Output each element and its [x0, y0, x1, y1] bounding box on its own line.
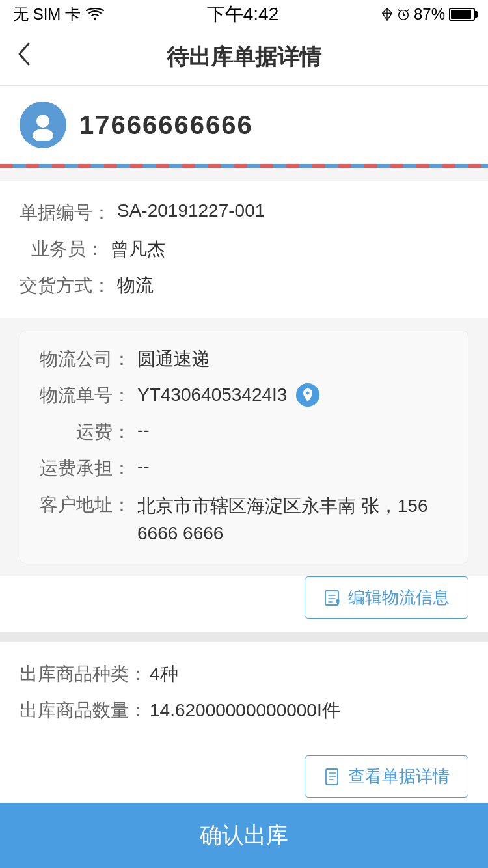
dashed-divider	[0, 164, 488, 168]
salesman-label: 业务员：	[20, 237, 111, 262]
logistics-freight-bearer-row: 运费承担： --	[40, 456, 448, 481]
goods-types-label: 出库商品种类：	[20, 662, 150, 686]
edit-logistics-label: 编辑物流信息	[348, 586, 450, 609]
logistics-freight-value: --	[137, 420, 448, 441]
document-icon	[323, 768, 342, 786]
svg-rect-5	[326, 769, 338, 785]
section-separator	[0, 632, 488, 642]
order-no-value: SA-20191227-001	[117, 200, 468, 221]
logistics-freight-row: 运费： --	[40, 420, 448, 444]
logistics-tracking-row: 物流单号： YT43064053424I3	[40, 383, 448, 408]
alarm-icon	[397, 8, 410, 21]
logistics-freight-bearer-value: --	[137, 456, 448, 477]
goods-quantity-value: 14.62000000000000I件	[150, 698, 340, 723]
order-info-section: 单据编号： SA-20191227-001 业务员： 曾凡杰 交货方式： 物流	[0, 181, 488, 318]
delivery-label: 交货方式：	[20, 273, 117, 298]
svg-point-1	[36, 115, 49, 128]
status-bar: 无 SIM 卡 下午4:42 87%	[0, 0, 488, 29]
confirm-button[interactable]: 确认出库	[0, 803, 488, 868]
confirm-button-label: 确认出库	[200, 821, 288, 850]
order-no-label: 单据编号：	[20, 200, 117, 225]
logistics-tracking-label: 物流单号：	[40, 383, 137, 408]
svg-point-3	[306, 392, 310, 395]
logistics-box: 物流公司： 圆通速递 物流单号： YT43064053424I3 运费： -- …	[20, 331, 468, 563]
logistics-company-label: 物流公司：	[40, 347, 137, 372]
user-avatar	[20, 102, 66, 148]
logistics-freight-label: 运费：	[40, 420, 137, 444]
edit-logistics-button[interactable]: 编辑物流信息	[305, 576, 468, 619]
logistics-tracking-value: YT43064053424I3	[137, 383, 448, 407]
status-left: 无 SIM 卡	[13, 4, 104, 25]
status-right: 87%	[381, 5, 475, 23]
status-time: 下午4:42	[207, 2, 279, 27]
salesman-value: 曾凡杰	[111, 237, 468, 262]
user-phone: 17666666666	[79, 111, 253, 140]
location-status-icon	[381, 8, 393, 21]
logistics-address-label: 客户地址：	[40, 493, 137, 517]
logistics-address-row: 客户地址： 北京市市辖区海淀区永丰南 张，156 6666 6666	[40, 493, 448, 547]
page-title: 待出库单据详情	[167, 42, 321, 72]
delivery-value: 物流	[117, 273, 468, 298]
goods-types-row: 出库商品种类： 4种	[20, 662, 468, 686]
logistics-address-value: 北京市市辖区海淀区永丰南 张，156 6666 6666	[137, 493, 448, 547]
nav-bar: 待出库单据详情	[0, 29, 488, 86]
delivery-row: 交货方式： 物流	[20, 273, 468, 298]
battery-percent: 87%	[414, 5, 445, 23]
logistics-freight-bearer-label: 运费承担：	[40, 456, 137, 481]
goods-types-value: 4种	[150, 662, 178, 686]
back-button[interactable]	[16, 41, 31, 73]
carrier-label: 无 SIM 卡	[13, 4, 81, 25]
edit-icon	[323, 589, 342, 607]
order-no-row: 单据编号： SA-20191227-001	[20, 200, 468, 225]
logistics-company-row: 物流公司： 圆通速递	[40, 347, 448, 372]
view-details-button[interactable]: 查看单据详情	[305, 755, 468, 798]
user-header: 17666666666	[0, 86, 488, 164]
svg-rect-4	[325, 591, 338, 605]
goods-quantity-label: 出库商品数量：	[20, 698, 150, 723]
goods-quantity-row: 出库商品数量： 14.62000000000000I件	[20, 698, 468, 723]
logistics-company-value: 圆通速递	[137, 347, 448, 372]
wifi-icon	[86, 8, 104, 21]
stats-section: 出库商品种类： 4种 出库商品数量： 14.62000000000000I件	[0, 642, 488, 742]
salesman-row: 业务员： 曾凡杰	[20, 237, 468, 262]
tracking-location-icon[interactable]	[296, 383, 319, 407]
view-details-label: 查看单据详情	[348, 765, 450, 788]
svg-point-2	[33, 129, 53, 141]
battery-icon	[449, 8, 475, 21]
edit-btn-container: 编辑物流信息	[0, 576, 488, 632]
